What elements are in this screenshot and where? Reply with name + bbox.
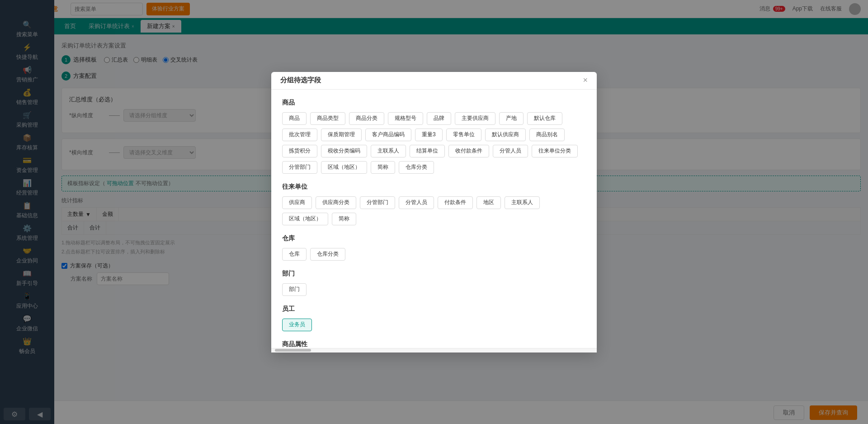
field-tag[interactable]: 往来单位分类 (532, 145, 578, 157)
field-tag[interactable]: 地区 (476, 196, 501, 209)
field-tag[interactable]: 重量3 (415, 129, 443, 141)
field-tag[interactable]: 拣货积分 (282, 145, 317, 157)
field-tag[interactable]: 产地 (499, 112, 524, 125)
field-tag[interactable]: 税收分类编码 (321, 145, 367, 157)
field-tag[interactable]: 分管人员 (493, 145, 528, 157)
field-group-dept: 部门 部门 (282, 270, 586, 296)
overlay: 分组待选字段 × 商品 商品 商品类型 商品分类 规格型号 品牌 主要供应商 产… (0, 0, 868, 424)
field-tag[interactable]: 收付款条件 (448, 145, 489, 157)
field-tag[interactable]: 付款条件 (438, 196, 473, 209)
group-title-warehouse: 仓库 (282, 234, 586, 243)
modal-hscroll-bar[interactable] (275, 349, 311, 352)
field-tags-partner: 供应商 供应商分类 分管部门 分管人员 付款条件 地区 主联系人 区域（地区） … (282, 196, 586, 225)
field-tag[interactable]: 分管人员 (399, 196, 434, 209)
field-tag[interactable]: 部门 (282, 283, 307, 296)
field-tag[interactable]: 分管部门 (360, 196, 395, 209)
field-tag[interactable]: 主联系人 (505, 196, 540, 209)
modal-title: 分组待选字段 (280, 76, 321, 85)
modal-close-button[interactable]: × (583, 76, 588, 85)
field-tag[interactable]: 商品分类 (349, 112, 384, 125)
field-tag[interactable]: 仓库分类 (310, 248, 345, 261)
field-tag[interactable]: 供应商分类 (316, 196, 356, 209)
field-tag[interactable]: 区域（地区） (282, 213, 328, 225)
field-tag[interactable]: 零售单位 (446, 129, 481, 141)
field-tag[interactable]: 分管部门 (282, 161, 317, 174)
field-tag[interactable]: 默认供应商 (485, 129, 526, 141)
field-group-warehouse: 仓库 仓库 仓库分类 (282, 234, 586, 261)
field-tag[interactable]: 商品类型 (310, 112, 345, 125)
field-tag[interactable]: 商品 (282, 112, 307, 125)
field-group-product-attr: 商品属性 属性 颜色 多规格 尺码 鞋码 1 (282, 340, 586, 348)
field-tag[interactable]: 供应商 (282, 196, 312, 209)
field-tag[interactable]: 批次管理 (282, 129, 317, 141)
field-group-product: 商品 商品 商品类型 商品分类 规格型号 品牌 主要供应商 产地 默认仓库 批次… (282, 99, 586, 174)
modal: 分组待选字段 × 商品 商品 商品类型 商品分类 规格型号 品牌 主要供应商 产… (271, 72, 597, 353)
field-group-partner: 往来单位 供应商 供应商分类 分管部门 分管人员 付款条件 地区 主联系人 区域… (282, 183, 586, 225)
field-tag[interactable]: 主联系人 (371, 145, 406, 157)
field-tag[interactable]: 简称 (332, 213, 356, 225)
modal-hscroll[interactable] (271, 348, 597, 353)
field-tags-product: 商品 商品类型 商品分类 规格型号 品牌 主要供应商 产地 默认仓库 批次管理 … (282, 112, 586, 174)
group-title-product: 商品 (282, 99, 586, 107)
modal-header: 分组待选字段 × (271, 72, 597, 90)
field-tag[interactable]: 品牌 (427, 112, 451, 125)
field-tag[interactable]: 客户商品编码 (365, 129, 411, 141)
field-tag[interactable]: 仓库分类 (399, 161, 434, 174)
field-group-staff: 员工 业务员 (282, 305, 586, 331)
group-title-partner: 往来单位 (282, 183, 586, 191)
modal-body[interactable]: 商品 商品 商品类型 商品分类 规格型号 品牌 主要供应商 产地 默认仓库 批次… (271, 90, 597, 348)
field-tag[interactable]: 结算单位 (410, 145, 445, 157)
field-tag[interactable]: 区域（地区） (321, 161, 367, 174)
field-tags-staff: 业务员 (282, 319, 586, 331)
group-title-staff: 员工 (282, 305, 586, 313)
group-title-dept: 部门 (282, 270, 586, 278)
field-tag-salesperson[interactable]: 业务员 (282, 319, 312, 331)
field-tag[interactable]: 默认仓库 (527, 112, 562, 125)
field-tag[interactable]: 保质期管理 (321, 129, 362, 141)
field-tag[interactable]: 主要供应商 (455, 112, 495, 125)
field-tags-warehouse: 仓库 仓库分类 (282, 248, 586, 261)
field-tag[interactable]: 规格型号 (388, 112, 423, 125)
field-tag[interactable]: 商品别名 (529, 129, 565, 141)
field-tags-dept: 部门 (282, 283, 586, 296)
field-tag[interactable]: 仓库 (282, 248, 307, 261)
field-tag[interactable]: 简称 (371, 161, 395, 174)
group-title-product-attr: 商品属性 (282, 340, 586, 348)
